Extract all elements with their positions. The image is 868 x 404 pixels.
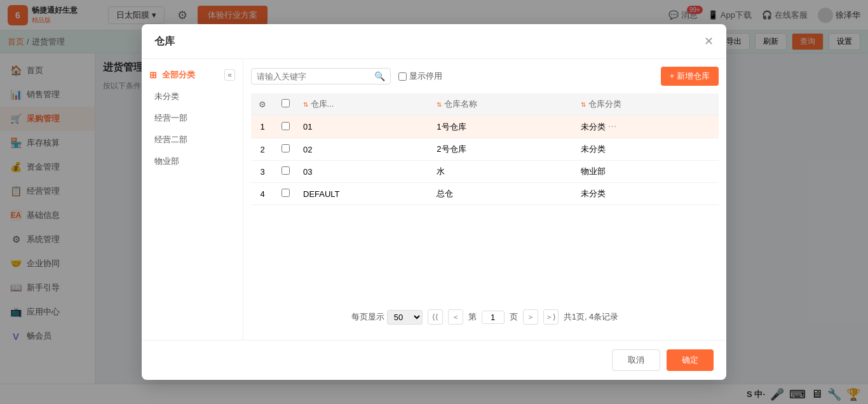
- toolbar: 🔍 显示停用 + 新增仓库: [251, 67, 719, 86]
- search-box: 🔍: [251, 68, 391, 84]
- modal-overlay: 仓库 ✕ ⊞ 全部分类 « 未分类 经营一部 经营二部 物业部: [0, 0, 868, 404]
- modal-title: 仓库: [154, 35, 175, 48]
- select-all-checkbox[interactable]: [281, 99, 290, 107]
- per-page-select: 每页显示 50 100 200: [351, 310, 423, 325]
- row-code: 03: [297, 161, 430, 183]
- right-panel: 🔍 显示停用 + 新增仓库 ⚙: [243, 59, 726, 340]
- tree-item-ops2[interactable]: 经营二部: [142, 129, 243, 151]
- modal-body: ⊞ 全部分类 « 未分类 经营一部 经营二部 物业部 🔍: [142, 59, 726, 340]
- table-row: 1 01 1号仓库 未分类 ···: [251, 116, 719, 138]
- col-name: ⇅ 仓库名称: [430, 93, 574, 116]
- warehouse-modal: 仓库 ✕ ⊞ 全部分类 « 未分类 经营一部 经营二部 物业部: [142, 24, 726, 380]
- search-icon[interactable]: 🔍: [374, 71, 385, 81]
- show-disabled-checkbox[interactable]: [398, 72, 407, 81]
- cancel-button[interactable]: 取消: [612, 349, 660, 371]
- table-row: 4 DEFAULT 总仓 未分类: [251, 183, 719, 205]
- modal-footer: 取消 确定: [142, 340, 726, 380]
- row-code: 02: [297, 138, 430, 161]
- show-disabled-checkbox-label[interactable]: 显示停用: [398, 71, 442, 82]
- row-no: 2: [251, 138, 274, 161]
- row-category: 未分类: [574, 138, 719, 161]
- left-panel-header: ⊞ 全部分类 «: [142, 64, 243, 86]
- row-category: 物业部: [574, 161, 719, 183]
- pagination: 每页显示 50 100 200 ⟨⟨ ＜ 第 页 ＞ ＞⟩ 共1页, 4条记录: [251, 302, 719, 332]
- row-checkbox[interactable]: [281, 144, 290, 152]
- first-page-button[interactable]: ⟨⟨: [428, 309, 443, 325]
- per-page-dropdown[interactable]: 50 100 200: [387, 310, 423, 325]
- left-panel: ⊞ 全部分类 « 未分类 经营一部 经营二部 物业部: [142, 59, 243, 340]
- table-header: ⚙ ⇅ 仓库... ⇅ 仓库名称 ⇅ 仓库分类: [251, 93, 719, 116]
- row-checkbox[interactable]: [281, 122, 290, 130]
- row-checkbox[interactable]: [281, 166, 290, 175]
- row-no: 4: [251, 183, 274, 205]
- last-page-button[interactable]: ＞⟩: [543, 309, 559, 325]
- search-input[interactable]: [257, 72, 374, 81]
- table-body: 1 01 1号仓库 未分类 ··· 2 02 2号仓库: [251, 116, 719, 205]
- col-checkbox: [274, 93, 297, 116]
- row-category: 未分类 ···: [574, 116, 719, 138]
- row-code: DEFAULT: [297, 183, 430, 205]
- row-name: 总仓: [430, 183, 574, 205]
- table-row: 2 02 2号仓库 未分类: [251, 138, 719, 161]
- confirm-button[interactable]: 确定: [667, 349, 714, 371]
- row-name: 2号仓库: [430, 138, 574, 161]
- warehouse-table: ⚙ ⇅ 仓库... ⇅ 仓库名称 ⇅ 仓库分类: [251, 93, 719, 205]
- row-checkbox[interactable]: [281, 189, 290, 197]
- col-category: ⇅ 仓库分类: [574, 93, 719, 116]
- tree-item-property[interactable]: 物业部: [142, 151, 243, 172]
- col-settings: ⚙: [251, 93, 274, 116]
- row-name: 水: [430, 161, 574, 183]
- add-warehouse-button[interactable]: + 新增仓库: [661, 67, 719, 86]
- prev-page-button[interactable]: ＜: [448, 309, 463, 325]
- grid-icon: ⊞: [149, 70, 157, 80]
- col-code: ⇅ 仓库...: [297, 93, 430, 116]
- row-no: 3: [251, 161, 274, 183]
- tree-item-ops1[interactable]: 经营一部: [142, 107, 243, 129]
- collapse-button[interactable]: «: [224, 69, 235, 81]
- page-input[interactable]: [482, 311, 505, 324]
- row-actions-icon[interactable]: ···: [608, 121, 616, 131]
- row-name: 1号仓库: [430, 116, 574, 138]
- modal-header: 仓库 ✕: [142, 24, 726, 59]
- modal-close-button[interactable]: ✕: [704, 34, 714, 48]
- table-row: 3 03 水 物业部: [251, 161, 719, 183]
- row-category: 未分类: [574, 183, 719, 205]
- row-code: 01: [297, 116, 430, 138]
- next-page-button[interactable]: ＞: [523, 309, 538, 325]
- row-no: 1: [251, 116, 274, 138]
- tree-item-unclassified[interactable]: 未分类: [142, 86, 243, 107]
- table-container: ⚙ ⇅ 仓库... ⇅ 仓库名称 ⇅ 仓库分类: [251, 93, 719, 302]
